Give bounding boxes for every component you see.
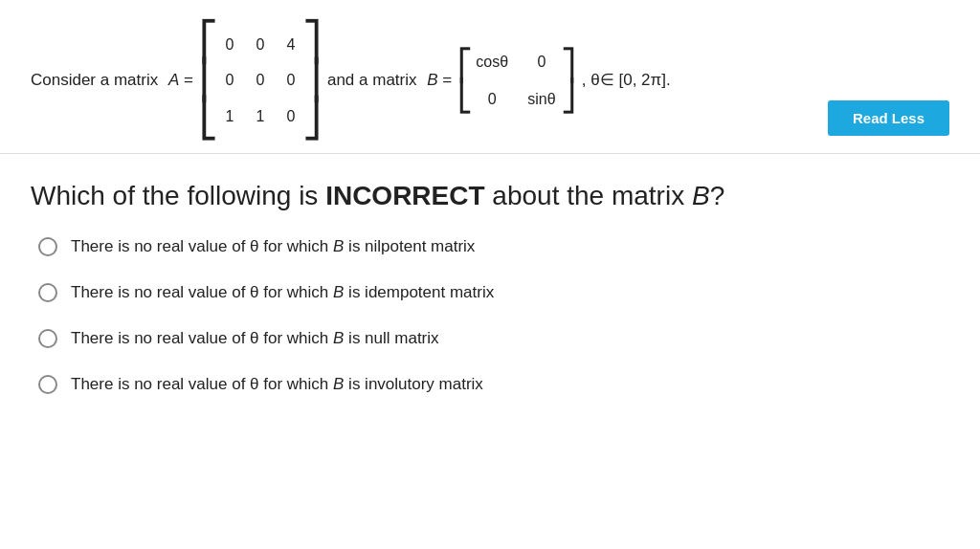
radio-4[interactable] (38, 375, 57, 394)
a-cell: 0 (282, 99, 300, 133)
theta-range: , θ∈ [0, 2π]. (582, 62, 671, 98)
options-list: There is no real value of θ for which B … (31, 224, 949, 407)
option-4[interactable]: There is no real value of θ for which B … (31, 362, 949, 407)
b-cell: sinθ (525, 82, 558, 116)
option-1-text: There is no real value of θ for which B … (71, 237, 475, 256)
question-bold: INCORRECT (325, 181, 484, 210)
a-cell: 1 (221, 99, 238, 133)
question-text: Which of the following is INCORRECT abou… (31, 177, 949, 214)
question-section: Which of the following is INCORRECT abou… (0, 154, 980, 417)
option-2[interactable]: There is no real value of θ for which B … (31, 270, 949, 316)
matrix-b-grid: cosθ 0 0 sinθ (473, 45, 561, 116)
intro-text: Consider a matrix (31, 62, 158, 98)
bracket-right-a: ⎤⎥⎦ (302, 23, 322, 138)
bracket-right-b: ⎤⎦ (561, 50, 576, 111)
question-suffix2: ? (710, 181, 725, 210)
option-3[interactable]: There is no real value of θ for which B … (31, 316, 949, 362)
option-2-text: There is no real value of θ for which B … (71, 283, 494, 302)
a-cell: 0 (221, 28, 238, 61)
question-prefix: Which of the following is (31, 181, 325, 210)
and-text: and a matrix (327, 62, 417, 98)
radio-1[interactable] (38, 237, 57, 256)
option-3-text: There is no real value of θ for which B … (71, 329, 439, 348)
radio-3[interactable] (38, 329, 57, 348)
read-less-button[interactable]: Read Less (828, 100, 949, 136)
a-cell: 0 (282, 63, 300, 97)
matrix-b: ⎡⎣ cosθ 0 0 sinθ ⎤⎦ (457, 45, 576, 116)
problem-statement: Consider a matrix A = ⎡⎢⎣ 0 0 4 0 0 0 1 … (31, 23, 949, 138)
matrix-a: ⎡⎢⎣ 0 0 4 0 0 0 1 1 0 ⎤⎥⎦ (199, 23, 322, 138)
matrix-a-grid: 0 0 4 0 0 0 1 1 0 (218, 28, 302, 133)
option-1[interactable]: There is no real value of θ for which B … (31, 224, 949, 270)
b-cell: 0 (525, 45, 558, 78)
a-cell: 0 (252, 63, 269, 97)
bracket-left-a: ⎡⎢⎣ (199, 23, 218, 138)
matrix-a-label: A = (164, 62, 193, 98)
b-cell: 0 (476, 82, 508, 116)
bracket-left-b: ⎡⎣ (457, 50, 473, 111)
question-matrix-var: B (692, 181, 710, 210)
matrix-b-label: B = (423, 62, 453, 98)
a-cell: 0 (252, 28, 269, 61)
b-cell: cosθ (476, 45, 508, 78)
a-cell: 4 (282, 28, 300, 61)
radio-2[interactable] (38, 283, 57, 302)
a-cell: 1 (252, 99, 269, 133)
option-4-text: There is no real value of θ for which B … (71, 375, 483, 394)
a-cell: 0 (221, 63, 238, 97)
question-suffix: about the matrix (485, 181, 692, 210)
top-section: Consider a matrix A = ⎡⎢⎣ 0 0 4 0 0 0 1 … (0, 0, 980, 154)
